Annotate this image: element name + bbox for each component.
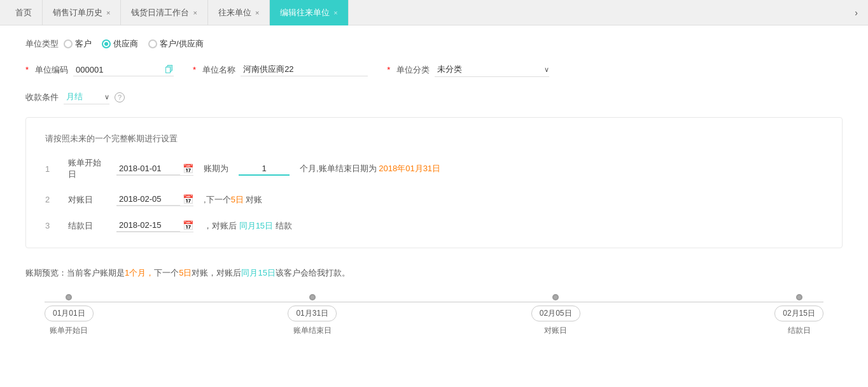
row-1-date-wrapper: 📅 (116, 162, 193, 176)
setting-row-3: 3 结款日 📅 ，对账后 同月15日 结款 (45, 219, 823, 232)
row-2-date-input[interactable] (116, 193, 180, 206)
tab-home-label: 首页 (15, 7, 32, 18)
unit-code-copy-icon[interactable]: 🗍 (165, 64, 174, 74)
settings-card: 请按照未来的一个完整帐期进行设置 1 账单开始日 📅 账期为 个月,账单结束日期… (25, 117, 843, 248)
radio-both-circle (148, 39, 157, 48)
radio-both-label: 客户/供应商 (160, 38, 204, 50)
payment-terms-select[interactable]: 月结 ∨ (64, 90, 109, 104)
timeline-label-4: 02月15日 (774, 306, 823, 321)
radio-customer-circle (64, 39, 73, 48)
row-3-date-wrapper: 📅 (116, 219, 193, 232)
tab-cash-workbench[interactable]: 钱货日清工作台 × (121, 0, 207, 25)
radio-both[interactable]: 客户/供应商 (148, 38, 204, 50)
row-2-type: 对账日 (68, 194, 106, 206)
radio-supplier[interactable]: 供应商 (102, 38, 138, 50)
row-3-highlight: 同月15日 (239, 221, 273, 230)
tab-edit-partner-close[interactable]: × (333, 9, 337, 17)
timeline-label-1: 01月01日 (45, 306, 94, 321)
timeline-sub-4: 结款日 (788, 325, 811, 336)
tab-edit-partner-label: 编辑往来单位 (280, 7, 330, 18)
preview-highlight3: 同月15日 (241, 268, 275, 278)
row-1-calendar-icon[interactable]: 📅 (183, 164, 193, 174)
tab-sales-history-label: 销售订单历史 (53, 7, 102, 18)
timeline-nodes: 01月01日 账单开始日 01月31日 账单结束日 02月05日 对账日 (45, 294, 823, 336)
tab-partner-units-close[interactable]: × (255, 9, 259, 17)
row-2-date-wrapper: 📅 (116, 193, 193, 206)
timeline-dot-1 (66, 294, 72, 300)
row-1-period-suffix: 个月,账单结束日期为 2018年01月31日 (300, 163, 440, 174)
payment-terms-chevron: ∨ (104, 93, 109, 101)
preview-highlight2: 5日 (179, 268, 192, 278)
preview-prefix: 账期预览：当前客户账期是 (25, 268, 125, 278)
unit-category-chevron: ∨ (544, 66, 549, 74)
tabs-bar: 首页 销售订单历史 × 钱货日清工作台 × 往来单位 × 编辑往来单位 × › (0, 0, 868, 25)
timeline-node-3: 02月05日 对账日 (531, 294, 580, 336)
tab-sales-history[interactable]: 销售订单历史 × (43, 0, 121, 25)
timeline-sub-1: 账单开始日 (50, 325, 88, 336)
row-3-desc: ，对账后 同月15日 结款 (204, 220, 292, 232)
setting-rows: 1 账单开始日 📅 账期为 个月,账单结束日期为 2018年01月31日 2 对… (45, 157, 823, 232)
unit-name-group: * 单位名称 (193, 64, 368, 76)
timeline-dot-2 (309, 294, 316, 300)
timeline-sub-3: 对账日 (544, 325, 567, 336)
tab-partner-units[interactable]: 往来单位 × (208, 0, 270, 25)
unit-category-group: * 单位分类 未分类 ∨ (387, 62, 549, 77)
payment-terms-group: 收款条件 月结 ∨ ? (25, 90, 125, 104)
tab-sales-history-close[interactable]: × (106, 9, 110, 17)
tab-arrow[interactable]: › (850, 8, 863, 18)
timeline-label-2: 01月31日 (288, 306, 337, 321)
preview-highlight1: 1个月， (125, 268, 154, 278)
unit-code-label: 单位编码 (35, 64, 68, 76)
row-2-calendar-icon[interactable]: 📅 (183, 194, 193, 204)
preview-text: 账期预览：当前客户账期是1个月，下一个5日对账，对账后同月15日该客户会给我打款… (25, 267, 843, 279)
unit-code-input[interactable] (73, 64, 162, 76)
payment-terms-row: 收款条件 月结 ∨ ? (25, 90, 843, 104)
unit-type-row: 单位类型 客户 供应商 客户/供应商 (25, 38, 843, 50)
row-1-end-date: 2018年01月31日 (379, 164, 440, 173)
row-1-date-input[interactable] (116, 162, 180, 175)
row-3-type: 结款日 (68, 220, 106, 232)
timeline-dot-3 (552, 294, 559, 300)
unit-type-group: 单位类型 客户 供应商 客户/供应商 (25, 38, 204, 50)
tab-home[interactable]: 首页 (5, 0, 43, 25)
radio-group: 客户 供应商 客户/供应商 (64, 38, 204, 50)
timeline-sub-2: 账单结束日 (293, 325, 332, 336)
row-1-type: 账单开始日 (68, 157, 106, 180)
unit-code-star: * (25, 65, 29, 74)
preview-mid1: 下一个 (154, 268, 179, 278)
radio-customer[interactable]: 客户 (64, 38, 92, 50)
timeline: 01月01日 账单开始日 01月31日 账单结束日 02月05日 对账日 (25, 294, 843, 336)
tab-edit-partner[interactable]: 编辑往来单位 × (270, 0, 348, 25)
row-1-period-input[interactable] (239, 162, 290, 176)
row-3-calendar-icon[interactable]: 📅 (183, 220, 193, 230)
row-2-num: 2 (45, 195, 58, 204)
unit-name-star: * (193, 65, 196, 74)
row-1-period-prefix: 账期为 (204, 163, 228, 174)
help-icon[interactable]: ? (115, 92, 125, 102)
unit-type-label: 单位类型 (25, 38, 59, 50)
preview-suffix: 该客户会给我打款。 (276, 268, 350, 278)
row-1-num: 1 (45, 164, 58, 174)
row-2-desc: ,下一个5日 对账 (204, 194, 262, 206)
timeline-node-2: 01月31日 账单结束日 (288, 294, 337, 336)
card-title: 请按照未来的一个完整帐期进行设置 (45, 133, 823, 144)
unit-category-label: 单位分类 (396, 64, 430, 76)
radio-supplier-label: 供应商 (113, 38, 138, 50)
main-content: 单位类型 客户 供应商 客户/供应商 * 单位编码 (0, 25, 868, 387)
setting-row-1: 1 账单开始日 📅 账期为 个月,账单结束日期为 2018年01月31日 (45, 157, 823, 180)
unit-name-label: 单位名称 (202, 64, 235, 76)
preview-mid2: 对账，对账后 (192, 268, 241, 278)
timeline-node-4: 02月15日 结款日 (774, 294, 823, 336)
timeline-node-1: 01月01日 账单开始日 (45, 294, 94, 336)
unit-code-group: * 单位编码 🗍 (25, 64, 174, 76)
row-3-num: 3 (45, 221, 58, 230)
unit-code-input-wrapper: 🗍 (73, 64, 174, 76)
unit-category-dropdown[interactable]: 未分类 ∨ (435, 62, 549, 77)
row-2-suffix: 对账 (246, 195, 262, 204)
tab-cash-workbench-close[interactable]: × (193, 9, 197, 17)
unit-name-input[interactable] (241, 64, 368, 76)
timeline-dot-4 (796, 294, 802, 300)
payment-terms-value: 月结 (64, 90, 102, 104)
code-name-category-row: * 单位编码 🗍 * 单位名称 * 单位分类 未分类 ∨ (25, 62, 843, 77)
row-3-date-input[interactable] (116, 219, 180, 232)
